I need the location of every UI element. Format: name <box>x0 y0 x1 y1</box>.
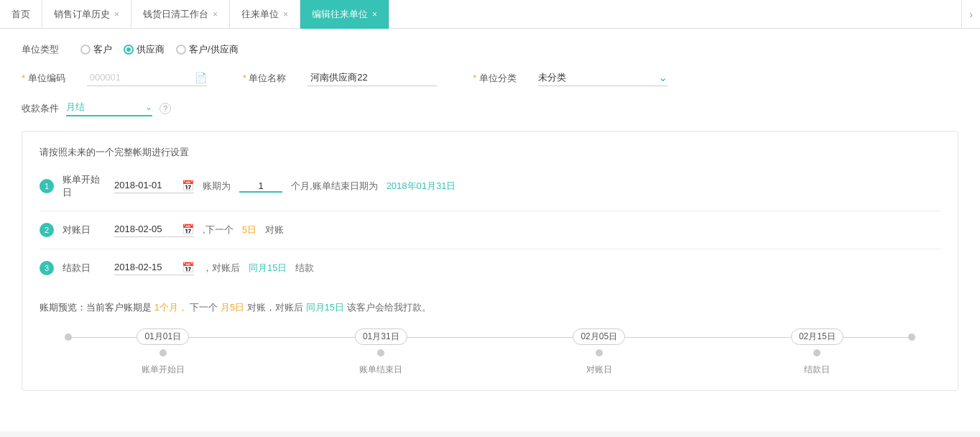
unit-code-input-wrap: 📄 <box>87 70 207 86</box>
unit-name-label: 单位名称 <box>243 72 287 85</box>
payment-highlight: 同月15日 <box>249 262 287 275</box>
calendar-icon-1[interactable]: 📅 <box>182 180 194 191</box>
reconcile-suffix: 对账 <box>265 224 284 236</box>
unit-code-input[interactable] <box>87 70 195 84</box>
payment-condition-row: 收款条件 月结 ⌄ ? <box>22 101 958 116</box>
tl-point-4: 02月15日 结款日 <box>791 328 843 376</box>
radio-customer[interactable]: 客户 <box>80 43 112 56</box>
spacer <box>40 287 940 294</box>
radio-circle-customer-supplier <box>176 45 186 55</box>
preview-period: 1个月， <box>154 302 188 313</box>
payment-prefix: ，对账后 <box>203 262 240 275</box>
tl-point-1: 01月01日 账单开始日 <box>137 328 189 376</box>
payment-suffix: 结款 <box>295 262 314 275</box>
step-label-3: 结款日 <box>63 262 106 275</box>
tab-cash-ledger[interactable]: 钱货日清工作台 × <box>131 0 230 29</box>
radio-customer-supplier[interactable]: 客户/供应商 <box>176 43 239 56</box>
timeline-row-3: 3 结款日 📅 ，对账后 同月15日 结款 <box>40 261 940 275</box>
unit-name-input-wrap <box>308 70 437 86</box>
unit-category-arrow-icon: ⌄ <box>658 70 667 84</box>
tab-bar: 首页 销售订单历史 × 钱货日清工作台 × 往来单位 × 编辑往来单位 × › <box>0 0 980 29</box>
period-input[interactable] <box>239 180 282 193</box>
payment-condition-select[interactable]: 月结 ⌄ <box>66 101 152 116</box>
tab-close-sales-history[interactable]: × <box>114 9 119 19</box>
tl-label-2: 账单结束日 <box>359 364 402 376</box>
help-icon[interactable]: ? <box>160 103 171 114</box>
preview-reconcile-suffix: 对账，对账后 <box>247 302 303 313</box>
payment-condition-value: 月结 <box>66 101 145 114</box>
visual-timeline-container: 01月01日 账单开始日 01月31日 账单结束日 02月05日 对账日 02月… <box>40 328 940 376</box>
timeline-points: 01月01日 账单开始日 01月31日 账单结束日 02月05日 对账日 02月… <box>54 328 926 376</box>
step-label-1: 账单开始日 <box>63 173 106 199</box>
preview-prefix: 账期预览：当前客户账期是 <box>40 302 152 313</box>
unit-code-label: 单位编码 <box>22 72 65 85</box>
tl-circle-3 <box>596 349 603 356</box>
tl-bubble-3: 02月05日 <box>573 328 625 345</box>
payment-condition-arrow-icon: ⌄ <box>145 102 152 112</box>
tl-bubble-1: 01月01日 <box>137 328 189 345</box>
step-label-2: 对账日 <box>63 224 106 236</box>
step-num-3: 3 <box>40 261 54 275</box>
calendar-icon-2[interactable]: 📅 <box>182 224 194 235</box>
unit-info-row: 单位编码 📄 单位名称 单位分类 未分类 ⌄ <box>22 70 958 86</box>
unit-name-input[interactable] <box>308 70 437 84</box>
preview-reconcile-pre: 下一个 <box>190 302 218 313</box>
tab-close-cash-ledger[interactable]: × <box>213 9 218 19</box>
tl-label-4: 结款日 <box>804 364 830 376</box>
divider-2 <box>40 249 940 249</box>
divider-1 <box>40 211 940 211</box>
date-field-3[interactable] <box>114 262 179 272</box>
timeline-row-1: 1 账单开始日 📅 账期为 个月,账单结束日期为 2018年01月31日 <box>40 173 940 199</box>
tl-point-3: 02月05日 对账日 <box>573 328 625 376</box>
preview-text: 账期预览：当前客户账期是 1个月， 下一个 月5日 对账，对账后 同月15日 该… <box>40 301 940 314</box>
unit-category-select[interactable]: 未分类 ⌄ <box>538 70 667 86</box>
tl-point-2: 01月31日 账单结束日 <box>355 328 407 376</box>
timeline-row-2: 2 对账日 📅 ,下一个 5日 对账 <box>40 223 940 237</box>
tl-circle-1 <box>160 349 167 356</box>
date-input-1: 📅 <box>114 180 194 193</box>
step-num-1: 1 <box>40 179 54 193</box>
period-prefix: 账期为 <box>203 180 231 193</box>
end-date-highlight: 2018年01月31日 <box>387 180 456 193</box>
period-suffix: 个月,账单结束日期为 <box>291 180 378 193</box>
date-input-3: 📅 <box>114 262 194 275</box>
preview-payment: 同月15日 <box>306 302 344 313</box>
preview-suffix: 该客户会给我打款。 <box>347 302 431 313</box>
radio-circle-customer <box>80 45 91 55</box>
radio-group-unit-type: 客户 供应商 客户/供应商 <box>80 43 239 56</box>
tab-partner-units[interactable]: 往来单位 × <box>230 0 300 29</box>
reconcile-prefix: ,下一个 <box>203 224 234 236</box>
panel-title: 请按照未来的一个完整帐期进行设置 <box>40 146 940 159</box>
radio-circle-supplier <box>124 45 134 55</box>
unit-category-value: 未分类 <box>538 71 658 84</box>
payment-condition-label: 收款条件 <box>22 102 59 115</box>
tab-sales-history[interactable]: 销售订单历史 × <box>42 0 131 29</box>
tab-home[interactable]: 首页 <box>0 0 42 29</box>
date-input-2: 📅 <box>114 224 194 237</box>
tl-bubble-4: 02月15日 <box>791 328 843 345</box>
unit-type-row: 单位类型 客户 供应商 客户/供应商 <box>22 43 958 56</box>
tl-circle-4 <box>813 349 820 356</box>
reconcile-highlight: 5日 <box>242 224 256 236</box>
tl-label-1: 账单开始日 <box>142 364 185 376</box>
main-content: 单位类型 客户 供应商 客户/供应商 单位编码 📄 单位名称 单 <box>0 29 980 431</box>
radio-supplier[interactable]: 供应商 <box>124 43 165 56</box>
unit-type-label: 单位类型 <box>22 43 59 56</box>
preview-reconcile: 月5日 <box>221 302 244 313</box>
tab-close-partner-units[interactable]: × <box>283 9 288 19</box>
tab-edit-partner[interactable]: 编辑往来单位 × <box>300 0 389 29</box>
calendar-icon-3[interactable]: 📅 <box>182 262 194 273</box>
tl-label-3: 对账日 <box>586 364 612 376</box>
step-num-2: 2 <box>40 223 54 237</box>
date-field-2[interactable] <box>114 224 179 234</box>
settings-panel: 请按照未来的一个完整帐期进行设置 1 账单开始日 📅 账期为 个月,账单结束日期… <box>22 131 958 391</box>
date-field-1[interactable] <box>114 180 179 190</box>
unit-category-label: 单位分类 <box>473 72 517 85</box>
tl-circle-2 <box>377 349 384 356</box>
unit-code-icon[interactable]: 📄 <box>195 72 207 83</box>
tab-scroll-arrow[interactable]: › <box>961 0 980 29</box>
tl-bubble-2: 01月31日 <box>355 328 407 345</box>
tab-close-edit-partner[interactable]: × <box>372 9 377 19</box>
